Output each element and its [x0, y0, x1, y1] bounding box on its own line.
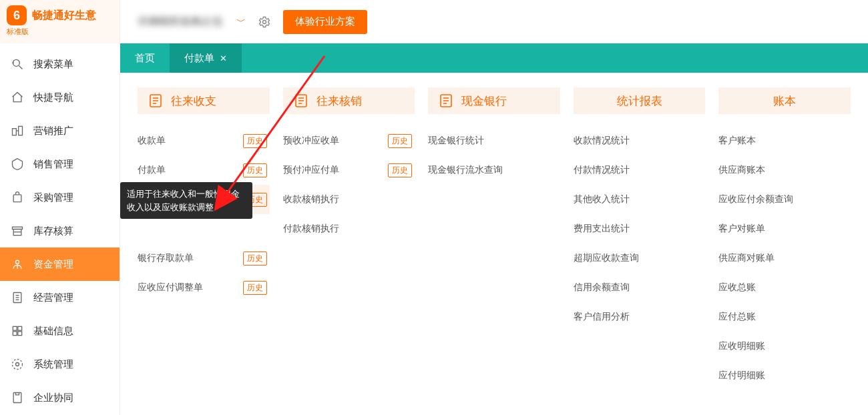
svg-point-20: [16, 363, 19, 366]
menu-item[interactable]: 信用余额查询: [574, 273, 706, 302]
quicknav-icon: [11, 91, 24, 104]
sidebar-item-sales[interactable]: 销售管理: [0, 147, 120, 181]
menu-item[interactable]: 付款情况统计: [574, 155, 706, 185]
search-icon: [11, 57, 24, 71]
menu-item-label: 付款单: [138, 164, 166, 176]
menu-item[interactable]: 应收应付余额查询: [718, 185, 851, 214]
sales-icon: [11, 157, 24, 171]
menu-item[interactable]: 预付冲应付单历史: [283, 155, 415, 185]
history-tag[interactable]: 历史: [243, 281, 267, 295]
menu-item-label: 应收应付余额查询: [718, 193, 793, 205]
svg-rect-17: [13, 332, 17, 336]
sidebar-nav: 搜索菜单快捷导航营销推广销售管理采购管理库存核算资金管理经营管理基础信息系统管理…: [0, 43, 120, 414]
menu-item[interactable]: 费用支出统计: [574, 214, 706, 244]
menu-item-label: 费用支出统计: [574, 223, 630, 235]
sidebar-item-coop[interactable]: 企业协同: [0, 381, 120, 414]
menu-item[interactable]: 应收明细账: [718, 332, 851, 361]
industry-plan-button[interactable]: 体验行业方案: [283, 10, 367, 34]
column-header-cash: 现金银行: [428, 87, 560, 114]
menu-item-label: 客户账本: [718, 135, 756, 147]
sidebar-item-promo[interactable]: 营销推广: [0, 114, 120, 147]
coop-icon: [11, 391, 24, 404]
sidebar-item-label: 系统管理: [33, 358, 73, 371]
menu-item[interactable]: 客户对账单: [718, 214, 851, 244]
menu-item[interactable]: 预收冲应收单历史: [283, 126, 415, 155]
purchase-icon: [11, 191, 24, 204]
column-title: 往来收支: [171, 93, 216, 109]
settings-icon[interactable]: [255, 13, 274, 31]
column-header-income: 往来收支: [138, 87, 270, 114]
menu-item[interactable]: 收款核销执行: [283, 185, 415, 214]
column-report: 统计报表收款情况统计付款情况统计其他收入统计费用支出统计超期应收款查询信用余额查…: [574, 87, 706, 332]
menu-item-label: 供应商对账单: [718, 252, 775, 264]
menu-item[interactable]: 现金银行统计: [428, 126, 560, 155]
menu-item[interactable]: 应收应付调整单历史: [138, 273, 270, 302]
menu-item[interactable]: 现金银行流水查询: [428, 155, 560, 185]
brand-title: 畅捷通好生意: [32, 9, 96, 23]
content-panel: 往来收支收款单历史付款单历史其他收入单 ?历史费用单历史银行存取款单历史应收应付…: [120, 73, 868, 415]
menu-item[interactable]: 其他收入统计: [574, 185, 706, 214]
menu-item-label: 收款情况统计: [574, 135, 630, 147]
svg-point-22: [263, 20, 266, 23]
sidebar-item-purchase[interactable]: 采购管理: [0, 181, 120, 214]
sidebar-item-base[interactable]: 基础信息: [0, 314, 120, 348]
tab-0[interactable]: 首页: [120, 43, 170, 73]
menu-item-label: 客户信用分析: [574, 311, 630, 323]
menu-item-label: 现金银行统计: [428, 135, 484, 147]
svg-point-9: [16, 260, 19, 264]
menu-item-label: 客户对账单: [718, 223, 765, 235]
menu-item-label: 应付总账: [718, 311, 756, 323]
sidebar-item-sys[interactable]: 系统管理: [0, 348, 120, 381]
history-tag[interactable]: 历史: [388, 163, 412, 177]
tab-1[interactable]: 付款单✕: [170, 43, 242, 73]
sidebar-item-label: 搜索菜单: [33, 58, 73, 71]
column-ledger: 账本客户账本供应商账本应收应付余额查询客户对账单供应商对账单应收总账应付总账应收…: [718, 87, 851, 390]
menu-item-label: 其他收入统计: [574, 193, 630, 205]
menu-item[interactable]: 付款核销执行: [283, 214, 415, 244]
menu-item-label: 收款核销执行: [283, 193, 339, 205]
menu-item[interactable]: 客户信用分析: [574, 302, 706, 332]
sidebar-item-label: 快捷导航: [33, 91, 73, 104]
history-tag[interactable]: 历史: [243, 163, 267, 177]
org-name[interactable]: 示例组织名称占位: [134, 15, 227, 29]
document-icon: [292, 92, 310, 109]
history-tag[interactable]: 历史: [388, 134, 412, 148]
sidebar-item-funds[interactable]: 资金管理: [0, 248, 120, 281]
column-header-ledger: 账本: [718, 87, 851, 114]
topbar: 示例组织名称占位 ﹀ 体验行业方案: [120, 0, 868, 43]
funds-icon: [11, 258, 24, 271]
tab-bar: 首页付款单✕: [120, 43, 868, 73]
column-cash: 现金银行现金银行统计现金银行流水查询: [428, 87, 560, 185]
menu-item[interactable]: 应付总账: [718, 302, 851, 332]
menu-item-label: 超期应收款查询: [574, 252, 639, 264]
close-icon[interactable]: ✕: [220, 53, 227, 63]
history-tag[interactable]: 历史: [243, 252, 267, 266]
menu-item[interactable]: 付款单历史: [138, 155, 270, 185]
org-dropdown-icon[interactable]: ﹀: [236, 16, 246, 28]
menu-item[interactable]: 应收总账: [718, 273, 851, 302]
sidebar-item-stock[interactable]: 库存核算: [0, 214, 120, 248]
tab-label: 付款单: [184, 52, 214, 65]
sidebar-item-search[interactable]: 搜索菜单: [0, 47, 120, 81]
menu-item-label: 应收明细账: [718, 340, 765, 352]
help-tooltip-text: 适用于往来收入和一般性现金收入以及应收账款调整: [127, 189, 240, 212]
sidebar-item-ops[interactable]: 经营管理: [0, 281, 120, 314]
sidebar-item-label: 库存核算: [33, 225, 73, 238]
sidebar-item-quicknav[interactable]: 快捷导航: [0, 81, 120, 114]
menu-item[interactable]: 收款单历史: [138, 126, 270, 155]
menu-item[interactable]: 供应商对账单: [718, 244, 851, 273]
history-tag[interactable]: 历史: [243, 134, 267, 148]
menu-item[interactable]: 银行存取款单历史: [138, 244, 270, 273]
svg-rect-18: [18, 332, 22, 336]
menu-item[interactable]: 供应商账本: [718, 155, 851, 185]
menu-item[interactable]: 收款情况统计: [574, 126, 706, 155]
menu-item-label: 银行存取款单: [138, 252, 194, 264]
menu-item[interactable]: 客户账本: [718, 126, 851, 155]
sidebar-item-label: 资金管理: [33, 258, 73, 271]
column-title: 账本: [773, 93, 796, 109]
menu-item-label: 预付冲应付单: [283, 164, 339, 176]
sidebar-item-label: 销售管理: [33, 158, 73, 171]
menu-item[interactable]: 超期应收款查询: [574, 244, 706, 273]
svg-rect-3: [13, 129, 17, 135]
menu-item[interactable]: 应付明细账: [718, 361, 851, 390]
